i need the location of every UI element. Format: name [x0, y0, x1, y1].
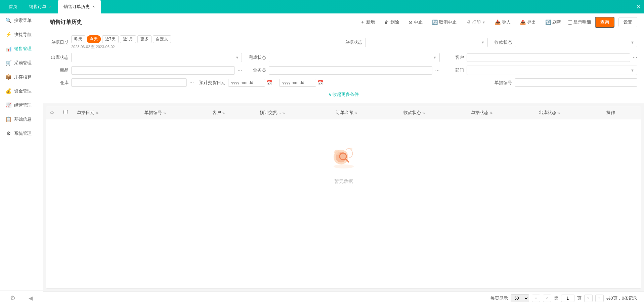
sidebar-settings-icon[interactable]: ⚙ [10, 294, 15, 302]
sidebar-item-basic-info[interactable]: 📋 基础信息 [0, 112, 43, 126]
expected-date-start[interactable] [228, 79, 265, 87]
tab-sales-history-close[interactable]: × [92, 4, 95, 10]
collapse-bar[interactable]: ∧ 收起更多条件 [50, 90, 637, 99]
calendar-end-icon[interactable]: 📅 [317, 80, 323, 85]
sidebar-item-search[interactable]: 🔍 搜索菜单 [0, 13, 43, 28]
th-order-status-sort-icon: ⇅ [490, 111, 492, 115]
empty-illustration [327, 140, 360, 173]
date-btn-7days[interactable]: 近7天 [102, 35, 119, 43]
print-icon: 🖨 [466, 20, 471, 25]
tab-sales-order-close[interactable]: × [48, 4, 52, 10]
date-btn-yesterday[interactable]: 昨天 [71, 35, 85, 43]
delete-button[interactable]: 🗑 删除 [382, 18, 402, 27]
tab-home-label: 首页 [9, 4, 17, 10]
export-icon: 📤 [520, 20, 526, 25]
th-out-status-sort-icon: ⇅ [557, 111, 560, 115]
select-all-checkbox[interactable] [63, 110, 68, 114]
order-number-input[interactable] [515, 78, 637, 87]
cancel-stop-button[interactable]: 🔄 取消中止 [429, 18, 459, 27]
export-button[interactable]: 📤 导出 [517, 18, 539, 27]
payment-status-arrow-icon: ▼ [631, 40, 634, 44]
sidebar-item-operations-label: 经营管理 [14, 102, 32, 108]
sidebar-item-purchase-label: 采购管理 [14, 60, 32, 66]
customer-input[interactable] [467, 53, 630, 62]
th-order-no[interactable]: 单据编号 ⇅ [140, 106, 208, 119]
next-page-button[interactable]: > [584, 295, 593, 302]
show-detail-label: 显示明细 [573, 19, 591, 25]
product-input[interactable] [71, 66, 235, 75]
th-customer[interactable]: 客户 ⇅ [208, 106, 256, 119]
tab-sales-history[interactable]: 销售订单历史 × [58, 0, 101, 13]
sidebar-item-purchase[interactable]: 🛒 采购管理 [0, 56, 43, 70]
calendar-start-icon[interactable]: 📅 [266, 80, 272, 85]
page-header: 销售订单历史 ＋ 新增 🗑 删除 ⊘ 中止 🔄 取消中止 [43, 13, 644, 31]
search-icon: 🔍 [5, 17, 11, 24]
th-out-status[interactable]: 出库状态 ⇅ [535, 106, 602, 119]
warehouse-more-icon[interactable]: ··· [189, 80, 194, 86]
last-page-button[interactable]: » [595, 295, 604, 302]
filter-warehouse: 仓库 ··· [50, 78, 194, 87]
customer-more-icon[interactable]: ··· [633, 54, 637, 61]
print-button[interactable]: 🖨 打印 ▼ [463, 18, 488, 27]
department-select[interactable]: ▼ [467, 66, 637, 75]
complete-status-select[interactable]: ▼ [269, 53, 439, 62]
th-date-sort-icon: ⇅ [96, 111, 98, 115]
data-table: ⚙ 单据日期 ⇅ 单据编号 ⇅ [46, 106, 641, 205]
page-size-select[interactable]: 50 10 20 100 [511, 294, 529, 302]
show-detail-input[interactable] [568, 20, 572, 25]
tab-bar: 首页 销售订单 × 销售订单历史 × [3, 0, 636, 13]
out-status-select[interactable]: ▼ [71, 53, 242, 62]
import-button[interactable]: 📥 导入 [492, 18, 513, 27]
window-close-button[interactable]: ✕ [636, 4, 641, 10]
date-btn-custom[interactable]: 自定义 [153, 35, 171, 43]
warehouse-input[interactable] [71, 78, 187, 87]
refresh-button[interactable]: 🔃 刷新 [543, 18, 564, 27]
th-payment-status[interactable]: 收款状态 ⇅ [399, 106, 467, 119]
th-settings[interactable]: ⚙ [46, 106, 59, 119]
page-number-input[interactable] [561, 295, 574, 302]
svg-point-5 [334, 150, 340, 155]
date-btn-more[interactable]: 更多 [137, 35, 152, 43]
table-settings-icon[interactable]: ⚙ [50, 110, 54, 115]
th-checkbox[interactable] [59, 106, 73, 119]
expected-date-end[interactable] [279, 79, 316, 87]
th-amount[interactable]: 订单金额 ⇅ [332, 106, 399, 119]
salesperson-input[interactable] [269, 66, 432, 75]
first-page-button[interactable]: « [532, 295, 540, 302]
page-title: 销售订单历史 [50, 19, 82, 26]
refresh-label: 刷新 [552, 19, 561, 25]
sidebar-item-inventory[interactable]: 📦 库存核算 [0, 70, 43, 84]
export-label: 导出 [527, 19, 536, 25]
th-expected-date[interactable]: 预计交货... ⇅ [256, 106, 332, 119]
payment-status-select[interactable]: ▼ [515, 38, 637, 47]
filter-row-4: 仓库 ··· 预计交货日期 📅 — 📅 单据编号 [50, 78, 637, 87]
sidebar-item-finance[interactable]: 💰 资金管理 [0, 84, 43, 98]
sidebar-item-operations[interactable]: 📈 经营管理 [0, 98, 43, 112]
sidebar-collapse-icon[interactable]: ◀ [29, 295, 33, 301]
show-detail-checkbox[interactable]: 显示明细 [568, 19, 591, 25]
tab-sales-order[interactable]: 销售订单 × [24, 0, 57, 13]
sidebar-item-sales[interactable]: 📊 销售管理 [0, 42, 43, 56]
add-button[interactable]: ＋ 新增 [357, 18, 378, 27]
settings-button[interactable]: 设置 [618, 17, 637, 27]
cancel-stop-label: 取消中止 [439, 19, 457, 25]
product-more-icon[interactable]: ··· [238, 67, 242, 73]
sidebar-item-quicknav[interactable]: ⚡ 快捷导航 [0, 28, 43, 42]
date-btn-today[interactable]: 今天 [87, 35, 101, 43]
stop-button[interactable]: ⊘ 中止 [406, 18, 425, 27]
sidebar-item-system[interactable]: ⚙ 系统管理 [0, 126, 43, 141]
out-status-label: 出库状态 [50, 54, 69, 61]
order-status-select[interactable]: ▼ [365, 38, 488, 47]
tab-sales-history-label: 销售订单历史 [63, 4, 90, 10]
refresh-icon: 🔃 [545, 20, 551, 25]
tab-home[interactable]: 首页 [3, 0, 23, 13]
th-customer-sort-icon: ⇅ [222, 111, 225, 115]
sales-icon: 📊 [5, 46, 11, 52]
th-date[interactable]: 单据日期 ⇅ [73, 106, 140, 119]
query-button[interactable]: 查询 [595, 17, 614, 28]
th-order-status[interactable]: 单据状态 ⇅ [467, 106, 534, 119]
prev-page-button[interactable]: < [543, 295, 551, 302]
sidebar: 🔍 搜索菜单 ⚡ 快捷导航 📊 销售管理 🛒 采购管理 📦 库存核算 💰 资金管… [0, 13, 43, 305]
date-btn-1month[interactable]: 近1月 [120, 35, 136, 43]
salesperson-more-icon[interactable]: ··· [435, 67, 439, 73]
